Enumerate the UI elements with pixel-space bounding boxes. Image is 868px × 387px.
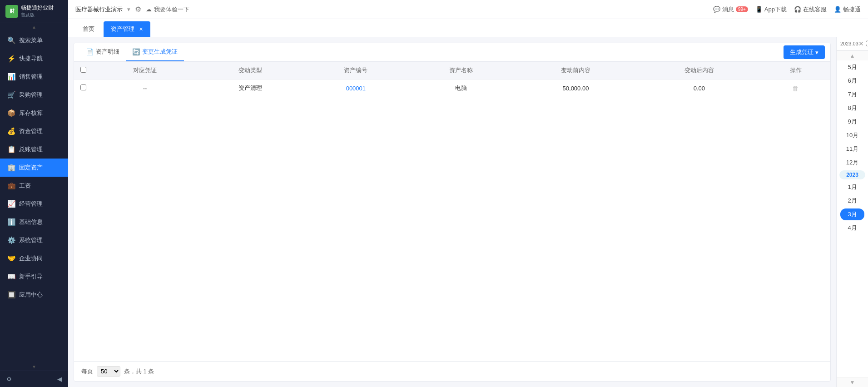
- calendar-month-10[interactable]: 10月: [837, 129, 868, 142]
- messages-button[interactable]: 💬 消息 99+: [713, 5, 748, 14]
- row-checkbox[interactable]: [80, 84, 86, 90]
- th-checkbox: [74, 62, 92, 79]
- topbar-left: 医疗器械行业演示 ▾ ⚙ ☁ 我要体验一下: [75, 5, 189, 14]
- topbar-right: 💬 消息 99+ 📱 App下载 🎧 在线客服 👤 畅捷通: [713, 5, 861, 14]
- delete-icon[interactable]: 🗑: [792, 84, 799, 92]
- sidebar-scroll-up[interactable]: ▲: [0, 23, 68, 31]
- row-checkbox-cell: [74, 79, 92, 97]
- sidebar-item-search[interactable]: 🔍 搜索菜单: [0, 31, 68, 50]
- main-area: 医疗器械行业演示 ▾ ⚙ ☁ 我要体验一下 💬 消息 99+ 📱 App下载 🎧…: [68, 0, 868, 387]
- select-all-checkbox[interactable]: [80, 67, 86, 73]
- sidebar-item-inventory[interactable]: 📦 库存核算: [0, 104, 68, 122]
- trial-label: 我要体验一下: [154, 5, 189, 14]
- sidebar-item-label: 搜索菜单: [19, 36, 43, 45]
- sidebar-item-salary[interactable]: 💼 工资: [0, 177, 68, 195]
- sidebar-item-sales[interactable]: 📊 销售管理: [0, 68, 68, 86]
- inventory-icon: 📦: [7, 109, 15, 117]
- inner-tab-asset-detail-label: 资产明细: [96, 48, 119, 56]
- inner-tab-change-voucher-label: 变更生成凭证: [142, 48, 178, 56]
- sidebar-item-label: 固定资产: [19, 164, 43, 172]
- topbar-settings-icon[interactable]: ⚙: [135, 5, 141, 14]
- th-voucher: 对应凭证: [92, 62, 198, 79]
- calendar-month-9[interactable]: 9月: [837, 115, 868, 129]
- pagination-total: 条，共 1 条: [124, 367, 154, 376]
- sidebar-item-guide[interactable]: 📖 新手引导: [0, 268, 68, 286]
- calendar-header: 2023.03 ✕ ⛶: [837, 37, 868, 50]
- sidebar-item-label: 销售管理: [19, 73, 43, 81]
- logo-icon: 财: [5, 5, 18, 18]
- tab-close-icon[interactable]: ✕: [139, 26, 143, 32]
- fixed-assets-icon: 🏢: [7, 164, 15, 172]
- tab-home[interactable]: 首页: [75, 21, 102, 37]
- pagination: 每页 50 10 20 100 条，共 1 条: [74, 361, 830, 381]
- tab-asset-mgmt[interactable]: 资产管理 ✕: [104, 21, 150, 37]
- sidebar-scroll-down[interactable]: ▼: [0, 362, 68, 371]
- row-before-change: 50,000.00: [514, 79, 638, 97]
- sales-icon: 📊: [7, 73, 15, 81]
- calendar-month-2023-1[interactable]: 1月: [837, 180, 868, 194]
- sidebar-item-label: 应用中心: [19, 291, 43, 299]
- content-area: 📄 资产明细 🔄 变更生成凭证 生成凭证 ▾: [68, 37, 868, 387]
- sidebar-settings-icon[interactable]: ⚙: [6, 376, 12, 382]
- calendar-close-icon[interactable]: ✕: [858, 40, 864, 47]
- calendar-panel: 2023.03 ✕ ⛶ ▲ 5月 6月 7月 8月 9月 10月 11月 12月…: [836, 37, 868, 387]
- sidebar-item-ledger[interactable]: 📋 总账管理: [0, 140, 68, 159]
- th-after-change: 变动后内容: [637, 62, 761, 79]
- user-button[interactable]: 👤 畅捷通: [834, 5, 861, 14]
- calendar-month-8[interactable]: 8月: [837, 101, 868, 115]
- row-asset-no: 000001: [303, 79, 408, 97]
- calendar-scroll-down[interactable]: ▼: [837, 377, 868, 387]
- inner-tab-change-voucher[interactable]: 🔄 变更生成凭证: [126, 43, 184, 61]
- calendar-month-6[interactable]: 6月: [837, 74, 868, 88]
- sidebar-item-label: 工资: [19, 182, 31, 190]
- generate-voucher-label: 生成凭证: [790, 48, 813, 56]
- inner-tab-asset-detail[interactable]: 📄 资产明细: [79, 43, 126, 61]
- calendar-list: 5月 6月 7月 8月 9月 10月 11月 12月 2023 1月 2月 3月…: [837, 60, 868, 377]
- topbar-dropdown-icon[interactable]: ▾: [127, 6, 130, 13]
- app-download-button[interactable]: 📱 App下载: [755, 5, 787, 14]
- sidebar-item-purchase[interactable]: 🛒 采购管理: [0, 86, 68, 104]
- sidebar-logo: 财 畅捷通好业财 普及版: [0, 0, 68, 23]
- sidebar-collapse-icon[interactable]: ◀: [57, 376, 62, 382]
- search-icon: 🔍: [7, 36, 15, 45]
- purchase-icon: 🛒: [7, 91, 15, 99]
- inner-tabs: 📄 资产明细 🔄 变更生成凭证 生成凭证 ▾: [74, 43, 830, 62]
- online-service-icon: 🎧: [794, 6, 801, 13]
- calendar-expand-icon[interactable]: ⛶: [866, 40, 868, 47]
- sidebar-item-quick-nav[interactable]: ⚡ 快捷导航: [0, 50, 68, 68]
- calendar-month-7[interactable]: 7月: [837, 88, 868, 101]
- calendar-month-5[interactable]: 5月: [837, 60, 868, 74]
- sidebar-item-app-center[interactable]: 🔲 应用中心: [0, 286, 68, 304]
- sidebar-item-fixed-assets[interactable]: 🏢 固定资产: [0, 159, 68, 177]
- messages-icon: 💬: [713, 6, 720, 13]
- sidebar-item-operations[interactable]: 📈 经营管理: [0, 195, 68, 213]
- system-icon: ⚙️: [7, 236, 15, 244]
- user-label: 畅捷通: [843, 5, 861, 14]
- calendar-month-2023-2[interactable]: 2月: [837, 194, 868, 208]
- sidebar-item-funds[interactable]: 💰 资金管理: [0, 122, 68, 140]
- calendar-month-12[interactable]: 12月: [837, 156, 868, 169]
- sidebar-item-label: 企业协同: [19, 254, 43, 263]
- calendar-month-11[interactable]: 11月: [837, 142, 868, 156]
- generate-voucher-button[interactable]: 生成凭证 ▾: [784, 45, 825, 59]
- sidebar-item-enterprise[interactable]: 🤝 企业协同: [0, 249, 68, 268]
- sidebar-item-label: 总账管理: [19, 145, 43, 154]
- calendar-year-2023[interactable]: 2023: [839, 170, 865, 179]
- sidebar-item-base-info[interactable]: ℹ️ 基础信息: [0, 213, 68, 231]
- logo-name: 畅捷通好业财: [21, 5, 54, 12]
- online-service-label: 在线客服: [803, 5, 827, 14]
- row-asset-name: 电脑: [408, 79, 514, 97]
- per-page-select[interactable]: 50 10 20 100: [97, 366, 120, 377]
- sidebar-item-system[interactable]: ⚙️ 系统管理: [0, 231, 68, 249]
- sidebar-item-label: 采购管理: [19, 91, 43, 99]
- ledger-icon: 📋: [7, 145, 15, 154]
- calendar-scroll-up[interactable]: ▲: [837, 50, 868, 60]
- calendar-month-2023-3[interactable]: 3月: [840, 208, 864, 220]
- online-service-button[interactable]: 🎧 在线客服: [794, 5, 827, 14]
- messages-badge: 99+: [736, 6, 748, 12]
- app-download-icon: 📱: [755, 6, 763, 13]
- sidebar-item-label: 快捷导航: [19, 55, 43, 63]
- calendar-month-2023-4[interactable]: 4月: [837, 221, 868, 235]
- table-header-row: 对应凭证 变动类型 资产编号 资产名称 变动前内容 变动后内容 操作: [74, 62, 830, 79]
- topbar-trial[interactable]: ☁ 我要体验一下: [146, 5, 189, 14]
